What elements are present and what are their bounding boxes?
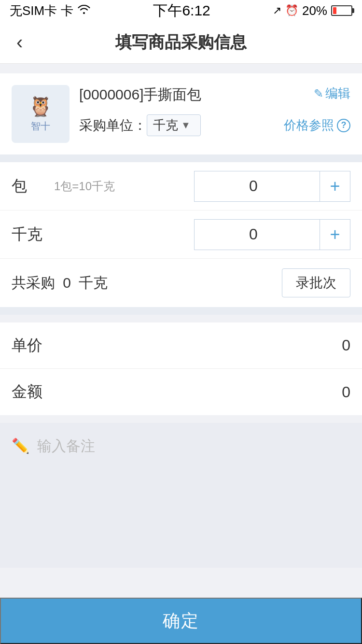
status-bar: 无SIM卡 卡 下午6:12 ↗ ⏰ 20% xyxy=(0,0,362,21)
batch-label: 录批次 xyxy=(296,275,336,290)
summary-prefix: 共采购 xyxy=(12,275,55,291)
carrier-text: 无SIM卡 xyxy=(10,2,57,19)
kg-plus-button[interactable]: + xyxy=(320,219,350,250)
product-image-label: 智十 xyxy=(31,120,50,133)
amount-label: 金额 xyxy=(12,381,42,403)
batch-record-button[interactable]: 录批次 xyxy=(282,268,350,297)
bag-input-wrapper: + xyxy=(194,171,350,202)
kg-plus-icon: + xyxy=(330,224,340,245)
summary-value: 0 xyxy=(63,275,71,291)
location-icon: ↗ xyxy=(273,4,281,17)
price-ref-help-icon: ? xyxy=(337,119,350,132)
content-spacer xyxy=(0,519,362,568)
bag-label: 包 xyxy=(12,176,50,197)
bag-sublabel: 1包=10千克 xyxy=(54,179,194,194)
wifi-icon xyxy=(77,3,91,18)
pencil-icon: ✏️ xyxy=(12,437,29,454)
back-button[interactable]: ‹ xyxy=(12,27,28,58)
note-section[interactable]: ✏️ 输入备注 xyxy=(0,423,362,519)
summary-row: 共采购 0 千克 录批次 xyxy=(0,259,362,307)
divider-1 xyxy=(0,154,362,162)
alarm-icon: ⏰ xyxy=(285,4,298,17)
product-name: [0000006]手撕面包 xyxy=(79,85,314,105)
kg-input-row: 千克 + xyxy=(0,210,362,259)
kg-label: 千克 xyxy=(12,224,50,245)
confirm-button[interactable]: 确定 xyxy=(0,598,362,644)
product-image: 🦉 智十 xyxy=(12,85,70,143)
sim-icon: 卡 xyxy=(61,2,73,19)
unit-price-row: 单价 0 xyxy=(0,322,362,369)
unit-selector-group: 采购单位： 千克 ▼ xyxy=(79,114,201,136)
status-right: ↗ ⏰ 20% xyxy=(273,3,352,18)
battery-icon xyxy=(331,5,352,16)
edit-icon: ✎ xyxy=(314,87,323,100)
status-time: 下午6:12 xyxy=(153,1,210,21)
status-left: 无SIM卡 卡 xyxy=(10,2,91,19)
unit-price-label: 单价 xyxy=(12,335,42,356)
product-owl-icon: 🦉 xyxy=(28,95,53,118)
amount-value: 0 xyxy=(342,383,350,401)
price-section: 单价 0 金额 0 xyxy=(0,322,362,415)
note-placeholder: 输入备注 xyxy=(37,436,95,456)
dropdown-arrow-icon: ▼ xyxy=(181,120,191,131)
unit-price-value: 0 xyxy=(342,336,350,354)
product-unit-row: 采购单位： 千克 ▼ 价格参照 ? xyxy=(79,114,350,136)
edit-button[interactable]: ✎ 编辑 xyxy=(314,85,350,102)
unit-value: 千克 xyxy=(153,117,178,134)
summary-unit: 千克 xyxy=(79,275,108,291)
confirm-label: 确定 xyxy=(163,609,199,633)
unit-dropdown[interactable]: 千克 ▼ xyxy=(147,114,201,136)
price-reference-button[interactable]: 价格参照 ? xyxy=(284,117,350,134)
product-name-row: [0000006]手撕面包 ✎ 编辑 xyxy=(79,85,350,105)
input-section: 包 1包=10千克 + 千克 + xyxy=(0,162,362,259)
product-card: 🦉 智十 [0000006]手撕面包 ✎ 编辑 采购单位： 千克 ▼ 价格参照 … xyxy=(0,73,362,154)
battery-percent: 20% xyxy=(302,3,327,18)
bag-plus-button[interactable]: + xyxy=(320,171,350,202)
divider-2 xyxy=(0,307,362,315)
summary-text: 共采购 0 千克 xyxy=(12,273,108,293)
unit-label: 采购单位： xyxy=(79,116,147,135)
amount-row: 金额 0 xyxy=(0,369,362,415)
nav-bar: ‹ 填写商品采购信息 xyxy=(0,21,362,64)
edit-label: 编辑 xyxy=(325,85,350,102)
kg-quantity-input[interactable] xyxy=(194,219,320,250)
bag-plus-icon: + xyxy=(330,176,340,196)
page-title: 填写商品采购信息 xyxy=(115,31,247,54)
kg-input-wrapper: + xyxy=(194,219,350,250)
bag-input-row: 包 1包=10千克 + xyxy=(0,162,362,210)
product-info: [0000006]手撕面包 ✎ 编辑 采购单位： 千克 ▼ 价格参照 ? xyxy=(79,85,350,136)
price-ref-label: 价格参照 xyxy=(284,117,334,134)
bag-quantity-input[interactable] xyxy=(194,171,320,202)
